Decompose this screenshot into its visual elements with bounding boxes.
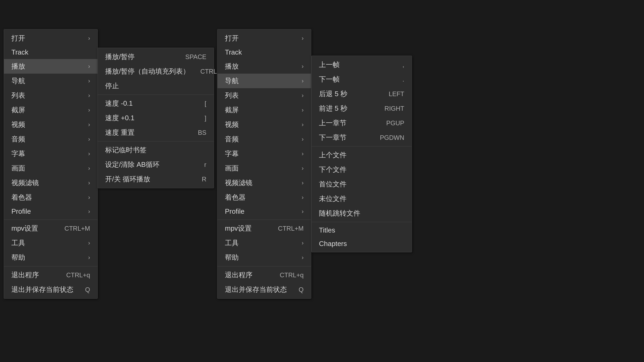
menu-item-label: 打开 [225, 34, 297, 43]
menu-item-random-file[interactable]: 随机跳转文件 [312, 206, 412, 221]
play-submenu: 播放/暂停SPACE播放/暂停（自动填充列表）CTRL+SPACE停止速度 -0… [97, 48, 214, 188]
menu-item-bookmark[interactable]: 标记临时书签 [98, 143, 214, 157]
menu-item-label: 视频 [225, 120, 297, 129]
menu-item-r-profile[interactable]: Profile› [217, 205, 311, 218]
menu-item-label: 下个文件 [319, 165, 404, 174]
menu-item-r-quit[interactable]: 退出程序CTRL+q [217, 268, 311, 282]
submenu-arrow-icon: › [302, 107, 304, 114]
menu-item-track[interactable]: Track [4, 46, 97, 59]
menu-item-nav[interactable]: 导航› [4, 74, 97, 88]
submenu-arrow-icon: › [88, 165, 90, 172]
submenu-arrow-icon: › [302, 254, 304, 261]
menu-item-mpvsetting[interactable]: mpv设置CTRL+M [4, 221, 97, 236]
submenu-arrow-icon: › [88, 35, 90, 42]
menu-item-label: Titles [319, 226, 404, 234]
menu-item-open[interactable]: 打开› [4, 31, 97, 46]
menu-item-label: 帮助 [11, 253, 84, 262]
menu-item-r-play[interactable]: 播放› [217, 59, 311, 74]
menu-item-r-mpvsetting[interactable]: mpv设置CTRL+M [217, 221, 311, 236]
right-context-menu: 打开›Track播放›导航›列表›截屏›视频›音频›字幕›画面›视频滤镜›着色器… [217, 29, 311, 299]
menu-item-label: 退出程序 [11, 270, 56, 280]
menu-item-label: 下一帧 [319, 75, 392, 84]
menu-item-back-5s[interactable]: 后退 5 秒LEFT [312, 87, 412, 101]
menu-divider [4, 220, 97, 220]
menu-item-chapters[interactable]: Chapters [312, 237, 412, 251]
menu-item-titles[interactable]: Titles [312, 224, 412, 237]
menu-item-list[interactable]: 列表› [4, 88, 97, 103]
menu-item-picture[interactable]: 画面› [4, 161, 97, 176]
menu-item-label: Profile [225, 207, 297, 216]
menu-item-speed-up[interactable]: 速度 +0.1] [98, 111, 214, 125]
menu-item-r-subtitle[interactable]: 字幕› [217, 146, 311, 161]
menu-item-label: 视频 [11, 120, 84, 129]
menu-item-label: 退出并保存当前状态 [11, 285, 74, 294]
menu-item-quit-save[interactable]: 退出并保存当前状态Q [4, 282, 97, 297]
menu-item-r-screenshot[interactable]: 截屏› [217, 103, 311, 117]
menu-item-ab-loop[interactable]: 设定/清除 AB循环r [98, 157, 214, 172]
menu-divider [312, 222, 412, 222]
menu-item-subtitle[interactable]: 字幕› [4, 146, 97, 161]
menu-item-screenshot[interactable]: 截屏› [4, 103, 97, 117]
menu-item-label: 设定/清除 AB循环 [105, 160, 194, 169]
menu-item-label: mpv设置 [11, 224, 54, 233]
menu-item-vfilter[interactable]: 视频滤镜› [4, 176, 97, 190]
menu-item-label: 退出并保存当前状态 [225, 285, 288, 294]
menu-item-stop[interactable]: 停止 [98, 79, 214, 93]
menu-item-shortcut: , [402, 61, 404, 69]
menu-item-r-list[interactable]: 列表› [217, 88, 311, 103]
menu-item-prev-frame[interactable]: 上一帧, [312, 57, 412, 72]
submenu-arrow-icon: › [88, 121, 90, 128]
menu-item-prev-file[interactable]: 上个文件 [312, 148, 412, 162]
menu-item-r-nav[interactable]: 导航› [217, 74, 311, 88]
menu-item-label: 随机跳转文件 [319, 209, 404, 218]
submenu-arrow-icon: › [88, 180, 90, 186]
menu-item-play-pause-auto[interactable]: 播放/暂停（自动填充列表）CTRL+SPACE [98, 64, 214, 79]
menu-item-profile[interactable]: Profile› [4, 205, 97, 218]
submenu-arrow-icon: › [302, 194, 304, 201]
menu-item-audio[interactable]: 音频› [4, 132, 97, 146]
menu-item-first-file[interactable]: 首位文件 [312, 177, 412, 191]
menu-item-next-frame[interactable]: 下一帧. [312, 72, 412, 87]
menu-item-shortcut: CTRL+M [64, 225, 90, 232]
menu-item-r-track[interactable]: Track [217, 46, 311, 59]
menu-item-video[interactable]: 视频› [4, 117, 97, 132]
menu-item-loop[interactable]: 开/关 循环播放R [98, 172, 214, 186]
menu-item-shortcut: R [202, 176, 206, 183]
menu-item-label: 前进 5 秒 [319, 104, 374, 113]
menu-item-help[interactable]: 帮助› [4, 250, 97, 265]
menu-item-r-vfilter[interactable]: 视频滤镜› [217, 176, 311, 190]
menu-item-shortcut: SPACE [185, 53, 206, 61]
menu-item-tools[interactable]: 工具› [4, 236, 97, 250]
menu-item-play[interactable]: 播放› [4, 59, 97, 74]
menu-item-r-tools[interactable]: 工具› [217, 236, 311, 250]
menu-item-r-open[interactable]: 打开› [217, 31, 311, 46]
submenu-arrow-icon: › [88, 208, 90, 215]
menu-item-label: 视频滤镜 [225, 178, 297, 187]
menu-item-r-quit-save[interactable]: 退出并保存当前状态Q [217, 282, 311, 297]
menu-item-label: 打开 [11, 34, 84, 43]
menu-item-shader[interactable]: 着色器› [4, 190, 97, 205]
menu-item-r-audio[interactable]: 音频› [217, 132, 311, 146]
menu-item-label: 上一帧 [319, 60, 392, 69]
submenu-arrow-icon: › [302, 208, 304, 215]
menu-item-quit[interactable]: 退出程序CTRL+q [4, 268, 97, 282]
menu-item-label: 导航 [11, 76, 84, 86]
menu-item-label: 下一章节 [319, 133, 369, 142]
menu-item-shortcut: CTRL+q [66, 271, 90, 279]
menu-item-speed-reset[interactable]: 速度 重置BS [98, 125, 214, 140]
menu-item-next-chapter[interactable]: 下一章节PGDWN [312, 130, 412, 145]
menu-item-next-file[interactable]: 下个文件 [312, 162, 412, 177]
menu-item-r-video[interactable]: 视频› [217, 117, 311, 132]
menu-item-prev-chapter[interactable]: 上一章节PGUP [312, 116, 412, 130]
menu-item-r-help[interactable]: 帮助› [217, 250, 311, 265]
submenu-arrow-icon: › [88, 107, 90, 114]
menu-item-r-shader[interactable]: 着色器› [217, 190, 311, 205]
submenu-arrow-icon: › [302, 180, 304, 186]
submenu-arrow-icon: › [88, 63, 90, 70]
menu-item-last-file[interactable]: 未位文件 [312, 191, 412, 206]
menu-item-label: 开/关 循环播放 [105, 175, 191, 184]
menu-item-speed-down[interactable]: 速度 -0.1[ [98, 96, 214, 111]
menu-item-fwd-5s[interactable]: 前进 5 秒RIGHT [312, 101, 412, 116]
menu-item-play-pause[interactable]: 播放/暂停SPACE [98, 50, 214, 64]
menu-item-r-picture[interactable]: 画面› [217, 161, 311, 176]
